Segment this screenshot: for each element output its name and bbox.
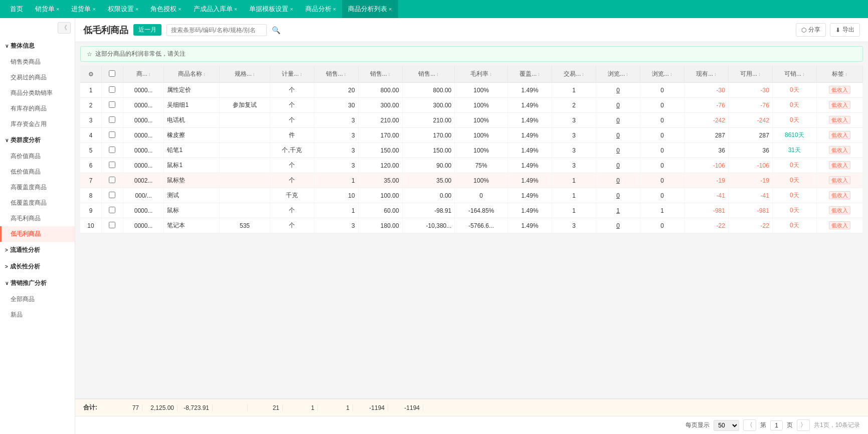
row-checkbox[interactable] [109,207,115,213]
col-header-sales_amount[interactable]: 销售...↕ [358,66,402,83]
nav-close-icon[interactable]: × [290,6,293,12]
sort-icon: ↕ [758,72,761,77]
col-header-code[interactable]: 商...↕ [123,66,164,83]
sidebar-group-整体信息[interactable]: ∨整体信息 [0,38,75,54]
nav-close-icon[interactable]: × [234,6,237,12]
sidebar-item-交易过的商品[interactable]: 交易过的商品 [0,70,75,85]
sidebar-item-高覆盖度商品[interactable]: 高覆盖度商品 [0,180,75,195]
row-checkbox[interactable] [109,192,115,198]
nav-item-产成品入库单[interactable]: 产成品入库单× [188,0,243,18]
nav-item-单据模板设置[interactable]: 单据模板设置× [243,0,299,18]
arrow-icon: ∨ [5,280,9,286]
row-checkbox[interactable] [109,222,115,228]
sellable-days: 0天 [790,222,799,229]
col-header-coverage[interactable]: 覆盖...↕ [508,66,552,83]
browse-link[interactable]: 0 [616,147,620,154]
col-header-spec[interactable]: 规格...↕ [220,66,270,83]
sidebar-collapse-button[interactable]: 《 [58,22,71,34]
col-header-tag[interactable]: 标签↕ [816,66,862,83]
browse-link[interactable]: 0 [616,117,620,124]
sidebar-group-类群度分析[interactable]: ∨类群度分析 [0,132,75,149]
col-header-browse1[interactable]: 浏览...↕ [596,66,640,83]
prev-page-button[interactable]: 〈 [743,419,756,431]
nav-item-商品分析列表[interactable]: 商品分析列表× [342,0,398,18]
nav-close-icon[interactable]: × [178,6,181,12]
col-header-gross_margin[interactable]: 毛利率↕ [455,66,508,83]
search-button[interactable]: 🔍 [272,26,280,34]
nav-item-权限设置[interactable]: 权限设置× [102,0,144,18]
browse-link[interactable]: 0 [616,192,620,199]
nav-item-进货单[interactable]: 进货单× [65,0,101,18]
nav-item-商品分析[interactable]: 商品分析× [299,0,342,18]
cell-sales_profit: 0.00 [402,188,455,203]
per-page-select[interactable]: 50 20 100 [714,420,739,431]
row-checkbox[interactable] [109,101,115,108]
sidebar-item-高毛利商品[interactable]: 高毛利商品 [0,211,75,226]
col-header-sales_profit[interactable]: 销售...↕ [402,66,455,83]
sidebar-item-销售类商品[interactable]: 销售类商品 [0,54,75,70]
col-header-available[interactable]: 可用...↕ [728,66,772,83]
sidebar-item-低覆盖度商品[interactable]: 低覆盖度商品 [0,195,75,211]
cell-checkbox [102,203,123,218]
row-checkbox[interactable] [109,147,115,153]
sidebar-item-商品分类助销率[interactable]: 商品分类助销率 [0,85,75,101]
row-checkbox[interactable] [109,162,115,168]
sort-icon: ↕ [436,72,439,77]
sidebar-item-全部商品[interactable]: 全部商品 [0,292,75,307]
search-input[interactable] [166,24,267,36]
col-header-sales_qty[interactable]: 销售...↕ [314,66,358,83]
table-row: 60000...鼠标1个3120.0090.0075%1.49%300-106-… [80,158,863,173]
sidebar-item-低价值商品[interactable]: 低价值商品 [0,164,75,180]
nav-close-icon[interactable]: × [135,6,138,12]
nav-close-icon[interactable]: × [56,6,59,12]
settings-icon[interactable]: ⚙ [88,71,94,78]
export-button[interactable]: ⬇ 导出 [830,23,860,37]
col-header-name[interactable]: 商品名称↕ [164,66,220,83]
browse-link[interactable]: 1 [616,207,620,214]
col-header-unit[interactable]: 计量...↕ [270,66,314,83]
sort-icon: ↕ [388,72,391,77]
sidebar-item-新品[interactable]: 新品 [0,307,75,323]
cell-sales_qty: 3 [314,143,358,158]
date-filter-button[interactable]: 近一月 [133,24,161,36]
cell-sales_qty: 3 [314,218,358,233]
next-page-button[interactable]: 〉 [797,419,810,431]
cell-available: -30 [728,83,772,98]
sidebar-item-库存资金占用[interactable]: 库存资金占用 [0,116,75,132]
browse-link[interactable]: 0 [616,132,620,139]
cell-coverage: 1.49% [508,83,552,98]
cell-trade: 1 [552,83,596,98]
sidebar-item-高价值商品[interactable]: 高价值商品 [0,149,75,164]
sidebar-group-流通性分析[interactable]: >流通性分析 [0,242,75,258]
share-button[interactable]: ⬡ 分享 [796,23,826,37]
row-checkbox[interactable] [109,116,115,123]
row-checkbox[interactable] [109,131,115,138]
sidebar-item-有库存的商品[interactable]: 有库存的商品 [0,101,75,116]
select-all-checkbox[interactable] [109,70,115,77]
browse-link[interactable]: 0 [616,102,620,109]
nav-item-首页[interactable]: 首页 [4,0,29,18]
cell-available: -41 [728,188,772,203]
col-header-trade[interactable]: 交易...↕ [552,66,596,83]
nav-item-角色授权[interactable]: 角色授权× [144,0,187,18]
cell-sellable: 0天 [772,188,816,203]
col-header-browse2[interactable]: 浏览...↕ [640,66,684,83]
sidebar-item-低毛利商品[interactable]: 低毛利商品 [0,226,75,242]
browse-link[interactable]: 0 [616,162,620,169]
browse-link[interactable]: 0 [616,222,620,229]
sidebar-group-成长性分析[interactable]: >成长性分析 [0,258,75,275]
nav-item-销货单[interactable]: 销货单× [29,0,65,18]
nav-close-icon[interactable]: × [92,6,95,12]
arrow-icon: ∨ [5,137,9,143]
col-header-current_stock[interactable]: 现有...↕ [684,66,728,83]
cell-current_stock: -19 [684,173,728,188]
nav-close-icon[interactable]: × [389,6,392,12]
browse-link[interactable]: 0 [616,177,620,184]
row-checkbox[interactable] [109,86,115,93]
col-header-sellable[interactable]: 可销...↕ [772,66,816,83]
sidebar-group-营销推广分析[interactable]: ∨营销推广分析 [0,275,75,292]
nav-close-icon[interactable]: × [333,6,336,12]
row-checkbox[interactable] [109,177,115,183]
cell-gross_margin: 100% [455,128,508,143]
browse-link[interactable]: 0 [616,87,620,94]
